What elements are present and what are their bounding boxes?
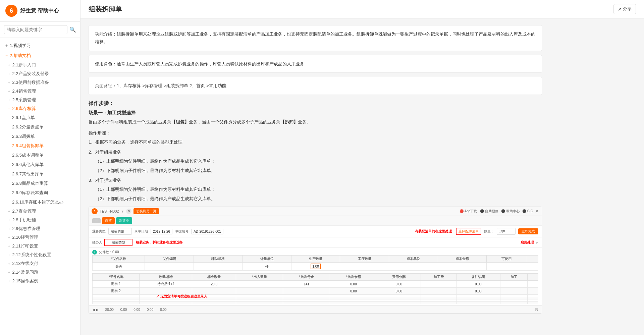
- user-role-block: 使用角色：通常由生产人员或库管人员完成拆装业务的操作，库管人员确认原材料的出库和…: [89, 55, 542, 73]
- mock-date-label: 录单日期: [135, 229, 148, 234]
- sidebar-item-payment[interactable]: + 2.13在线支付: [0, 259, 80, 268]
- function-intro-block: 功能介绍：组装拆卸单用来处理企业组装或拆卸等加工业务，支持有固定装配清单的产品加…: [89, 25, 542, 51]
- sidebar-item-inventory[interactable]: − 2.6库存核算: [0, 104, 80, 113]
- mock-tab-self[interactable]: 自贸: [102, 217, 115, 224]
- screenshot-container: 6 TEST-H002 ▼ ⚙ 切换到另一页 🔴 App下载 ⚫ 自助报修 ⚫ …: [89, 207, 542, 314]
- mock-footer-v5: 0.00: [160, 308, 166, 312]
- mock-close-icon[interactable]: ✕: [535, 209, 539, 214]
- logo-icon: 6: [5, 5, 17, 17]
- content-area: 功能介绍：组装拆卸单用来处理企业组装或拆卸等加工业务，支持有固定装配清单的产品加…: [80, 18, 550, 335]
- mock-annotation-config: 有装配清单的在这里处理: [415, 229, 452, 234]
- plus-icon: +: [8, 98, 10, 102]
- mock-footer-v3: 0.00: [133, 308, 140, 312]
- mock-footer-v4: 0.00: [147, 308, 153, 312]
- mock-logo: 6: [92, 208, 98, 214]
- mock-lower-table: *子件名称 数量/标准 标准数量 *出入数量 *批次号余 *批次余额 费用分配 …: [92, 273, 538, 304]
- top-bar: 组装拆卸单 ↗ 分享: [80, 0, 644, 18]
- sidebar-item-stocktake[interactable]: 2.6.1盘点单: [0, 113, 80, 122]
- sidebar-item-inventory-query[interactable]: 2.6.9库存账本查询: [0, 188, 80, 198]
- step3-2: （2）下部明细为子件明细，最终作为产成品生成其它入库单。: [89, 195, 542, 203]
- sidebar-item-personalize[interactable]: + 2.12系统个性化设置: [0, 250, 80, 259]
- plus-icon: +: [8, 253, 10, 257]
- user-role-text: 使用角色：通常由生产人员或库管人员完成拆装业务的操作，库管人员确认原材料的出库和…: [95, 61, 304, 66]
- mock-enable-annotation: 启用处理: [521, 240, 534, 245]
- sidebar-item-mobile[interactable]: + 2.8手机旺铺: [0, 216, 80, 224]
- operation-steps-title: 操作步骤：: [89, 100, 542, 107]
- logo-area: 6 好生意 帮助中心: [0, 0, 80, 22]
- step1: 1、根据不同的业务，选择不同单据的类型来处理: [89, 138, 542, 146]
- mock-operator-label: 经办人: [92, 240, 102, 245]
- share-button[interactable]: ↗ 分享: [613, 4, 636, 14]
- mock-code: TEST-H002: [100, 209, 119, 213]
- mock-operator-field[interactable]: 组装类型: [104, 239, 132, 246]
- mock-col-unit: 计量单位: [243, 256, 291, 263]
- main-content: 组装拆卸单 ↗ 分享 功能介绍：组装拆卸单用来处理企业组装或拆卸等加工业务，支持…: [80, 0, 644, 335]
- mock-footer-v2: 0.00: [120, 308, 127, 312]
- mock-col-spec: 辅助规格: [194, 256, 243, 263]
- sidebar-item-ops[interactable]: + 2.10经营管理: [0, 233, 80, 242]
- mock-col-item-name: *父件名称: [93, 256, 145, 263]
- sidebar-item-inventory-fix[interactable]: 2.6.10库存账本错了怎么办: [0, 198, 80, 207]
- mock-config-select[interactable]: 选择配件清单: [456, 228, 481, 235]
- mock-type-label: 业务类型: [92, 229, 106, 234]
- table-row: 期初 2 0.00 0.00 0.00: [93, 288, 538, 295]
- sidebar-item-cost-adjust[interactable]: 2.6.5成本调整单: [0, 151, 80, 160]
- plus-icon: +: [8, 209, 10, 213]
- plus-icon: +: [8, 227, 10, 231]
- sidebar-item-assembly[interactable]: 2.6.4组装拆卸单: [0, 141, 80, 151]
- sidebar-item-sales[interactable]: + 2.4销售管理: [0, 87, 80, 96]
- mock-confirm-btn[interactable]: 立即完成: [518, 228, 538, 234]
- mock-col-item-code: 父件编码: [145, 256, 194, 263]
- table-row: 关关 件 1.00: [93, 263, 538, 271]
- sidebar-item-coupon[interactable]: + 2.9优惠券管理: [0, 224, 80, 233]
- mock-order-field[interactable]: AD-20191226-001: [191, 229, 223, 234]
- sidebar: 6 好生意 帮助中心 🔍 + 1.视频学习 − 2.帮助文档 + 2.1新手入门…: [0, 0, 80, 335]
- sidebar-item-print[interactable]: + 2.11打印设置: [0, 242, 80, 250]
- sidebar-item-install[interactable]: + 2.2产品安装及登录: [0, 69, 80, 78]
- sidebar-item-partial-stocktake[interactable]: 2.6.2分量盘点单: [0, 122, 80, 132]
- page-path-block: 页面路径：1、库存核算->库存管理->组装拆卸单 2、首页->常用功能: [89, 77, 542, 95]
- mock-qty-field[interactable]: 1/件: [497, 228, 516, 235]
- mock-window: 6 TEST-H002 ▼ ⚙ 切换到另一页 🔴 App下载 ⚫ 自助报修 ⚫ …: [89, 207, 542, 313]
- mock-type-annotation: 组装业务、拆卸业务在这里选择: [136, 240, 183, 245]
- sidebar-item-transfer[interactable]: 2.6.3调拨单: [0, 132, 80, 141]
- mock-annotation-arrow: ↙: [536, 241, 538, 244]
- sidebar-item-other-in[interactable]: 2.6.6其他入库单: [0, 160, 80, 169]
- step2: 2、对于组装业务: [89, 148, 542, 156]
- mock-tab-new[interactable]: 新建单: [116, 217, 132, 224]
- mock-date-field[interactable]: 2019-12-26: [151, 229, 172, 234]
- sidebar-item-help-docs[interactable]: − 2.帮助文档: [0, 51, 80, 61]
- sidebar-item-other-out[interactable]: 2.6.7其他出库单: [0, 169, 80, 179]
- sidebar-item-newcomer[interactable]: + 2.1新手入门: [0, 61, 80, 69]
- plus-icon: +: [8, 279, 10, 283]
- scenario1-title: 场景一：加工类型选择: [89, 110, 542, 116]
- search-area: 🔍: [0, 22, 80, 38]
- logo-text: 好生意 帮助中心: [20, 7, 59, 14]
- mock-type-field[interactable]: 组装调整: [108, 228, 132, 235]
- function-intro-text: 功能介绍：组装拆卸单用来处理企业组装或拆卸等加工业务，支持有固定装配清单的产品加…: [95, 32, 535, 44]
- search-button[interactable]: 🔍: [69, 26, 76, 33]
- sidebar-item-cases[interactable]: + 2.15操作案例: [0, 277, 80, 285]
- plus-icon: +: [8, 262, 10, 266]
- sidebar-item-purchase[interactable]: + 2.5采购管理: [0, 96, 80, 104]
- share-icon: ↗: [618, 7, 622, 12]
- mock-col-ops: [526, 256, 538, 263]
- sidebar-item-data-prep[interactable]: + 2.3使用前数据准备: [0, 78, 80, 87]
- sidebar-item-video[interactable]: + 1.视频学习: [0, 41, 80, 51]
- step2-1: （1）上部明细为父件明细，最终作为产成品生成其它入库单；: [89, 157, 542, 165]
- mock-col-process: 工序数量: [340, 256, 389, 263]
- nav-list: + 1.视频学习 − 2.帮助文档 + 2.1新手入门 + 2.2产品安装及登录…: [0, 38, 80, 288]
- mock-col-cost-unit: 成本单位: [389, 256, 438, 263]
- page-title: 组装拆卸单: [89, 5, 122, 14]
- mock-nav-btn[interactable]: 切换到另一页: [133, 208, 159, 214]
- plus-icon: +: [8, 235, 10, 239]
- plus-icon: +: [8, 63, 10, 67]
- table-row: 期初 1 待成品*1+4 20.0 141 0.00 0.00 0.00: [93, 281, 538, 288]
- minus-icon: −: [8, 107, 10, 111]
- mock-table-header-row: + 父件数：0.00: [92, 249, 538, 255]
- sidebar-item-finance[interactable]: + 2.7资金管理: [0, 207, 80, 216]
- sidebar-item-faq[interactable]: + 2.14常见问题: [0, 268, 80, 277]
- sidebar-item-cost-recalc[interactable]: 2.6.8商品成本重算: [0, 179, 80, 188]
- search-input[interactable]: [4, 25, 67, 34]
- mock-icons: 🔴 App下载 ⚫ 自助报修 ⚫ 帮助中心 ⚫ C.C: [460, 209, 533, 214]
